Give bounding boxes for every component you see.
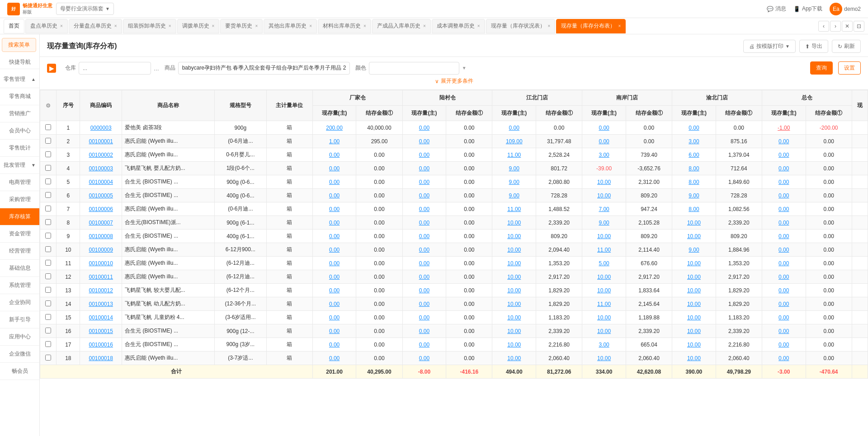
tab-splitstock[interactable]: 分量盘点单历史 ×	[69, 19, 122, 33]
tab-close-icon[interactable]: ×	[309, 23, 312, 28]
sidebar-item-ecommerce[interactable]: 电商管理	[0, 174, 39, 191]
warehouse-dots-btn[interactable]: ...	[154, 65, 159, 72]
summary-changjiancang-amt: 40,295.00	[356, 365, 402, 379]
sidebar-item-wholesale[interactable]: 批发管理 ▼	[0, 157, 39, 174]
row-checkbox[interactable]	[40, 284, 57, 297]
app-download-btn[interactable]: 📱 App下载	[793, 5, 822, 13]
row-changjiancang-qty: 0.00	[312, 352, 356, 365]
gear-icon[interactable]: ⚙	[46, 103, 51, 109]
row-checkbox[interactable]	[40, 324, 57, 338]
row-checkbox[interactable]	[40, 338, 57, 352]
tab-label: 材料出库单历史	[323, 22, 361, 30]
sidebar-item-member2[interactable]: 畅会员	[0, 363, 39, 380]
row-checkbox[interactable]	[40, 202, 57, 216]
tab-assembly[interactable]: 组装拆卸单历史 ×	[123, 19, 176, 33]
sidebar-item-business[interactable]: 经营管理	[0, 243, 39, 260]
tab-close-all-btn[interactable]: ✕	[842, 21, 853, 32]
color-input[interactable]	[369, 62, 459, 75]
tab-costadjust[interactable]: 成本调整单历史 ×	[432, 19, 485, 33]
sidebar-item-finance[interactable]: 资金管理	[0, 225, 39, 243]
row-checkbox[interactable]	[40, 162, 57, 175]
expand-conditions-btn[interactable]: ∨ 展开更多条件	[435, 77, 473, 85]
row-checkbox[interactable]	[40, 148, 57, 162]
row-total-amt: 0.00	[806, 257, 852, 270]
quick-nav-btn[interactable]: 快捷导航	[0, 56, 39, 69]
row-checkbox[interactable]	[40, 216, 57, 230]
filter-toggle-btn[interactable]: ▶	[47, 64, 56, 73]
row-checkbox[interactable]	[40, 257, 57, 270]
tab-stockstatus[interactable]: 现存量（库存状况表） ×	[486, 19, 556, 33]
row-checkbox[interactable]	[40, 230, 57, 243]
tab-close-icon[interactable]: ×	[212, 23, 215, 28]
tab-close-icon[interactable]: ×	[548, 23, 551, 28]
row-current	[852, 338, 868, 352]
tab-transfer[interactable]: 调拨单历史 ×	[177, 19, 220, 33]
row-idx: 2	[57, 135, 80, 148]
row-lucuncang-qty: 0.00	[402, 202, 446, 216]
sidebar-item-system[interactable]: 系统管理	[0, 277, 39, 294]
sidebar-item-retail[interactable]: 零售管理 ▲	[0, 71, 39, 88]
query-btn[interactable]: 查询	[810, 61, 833, 75]
tab-otherout[interactable]: 其他出库单历史 ×	[264, 19, 317, 33]
print-btn[interactable]: 🖨 按模版打印 ▼	[743, 40, 796, 53]
sidebar-item-basic[interactable]: 基础信息	[0, 260, 39, 277]
row-checkbox[interactable]	[40, 270, 57, 284]
tab-next-btn[interactable]: ›	[830, 21, 841, 32]
tab-prev-btn[interactable]: ‹	[818, 21, 829, 32]
export-btn[interactable]: ⬆ 导出	[799, 40, 828, 53]
sidebar-item-mall[interactable]: 零售商城	[0, 88, 39, 105]
row-lucuncang-amt: 0.00	[446, 243, 492, 257]
row-checkbox[interactable]	[40, 311, 57, 324]
row-current	[852, 257, 868, 270]
message-btn[interactable]: 💬 消息	[767, 5, 786, 13]
tab-stocklist[interactable]: 盘点单历史 ×	[25, 19, 68, 33]
row-code: 00100002	[80, 148, 122, 162]
tab-requisition[interactable]: 要货单历史 ×	[220, 19, 263, 33]
tab-close-icon[interactable]: ×	[60, 23, 63, 28]
tab-close-icon[interactable]: ×	[477, 23, 480, 28]
row-checkbox[interactable]	[40, 297, 57, 311]
refresh-btn[interactable]: ↻ 刷新	[832, 40, 861, 53]
sidebar-item-inventory[interactable]: 库存核算	[0, 208, 39, 225]
table-wrapper[interactable]: ⚙ 序号 商品编码 商品名称 规格型号 主计量单位 厂家仓 陆村仓 江北门店 南…	[40, 90, 868, 436]
row-nanan-qty: 5.00	[582, 257, 626, 270]
tab-materialout[interactable]: 材料出库单历史 ×	[318, 19, 371, 33]
row-checkbox[interactable]	[40, 121, 57, 135]
warehouse-input[interactable]	[79, 62, 151, 75]
sidebar-item-retail-stats[interactable]: 零售统计	[0, 140, 39, 157]
industry-selector[interactable]: 母婴行业演示陈套 ▼	[56, 3, 114, 15]
row-checkbox[interactable]	[40, 189, 57, 202]
tab-close-icon[interactable]: ×	[114, 23, 117, 28]
product-input[interactable]	[178, 62, 350, 75]
row-checkbox[interactable]	[40, 175, 57, 189]
tab-expand-btn[interactable]: ⊡	[854, 21, 864, 32]
tab-close-icon[interactable]: ×	[169, 23, 171, 28]
sidebar-item-wechat[interactable]: 企业微信	[0, 346, 39, 363]
row-jiangbei-amt: 2,060.40	[536, 352, 582, 365]
tab-stockdist[interactable]: 现存量（库存分布表） ×	[556, 19, 626, 33]
sidebar-item-apps[interactable]: 应用中心	[0, 328, 39, 346]
row-total-amt: 0.00	[806, 311, 852, 324]
tab-home[interactable]: 首页	[4, 19, 24, 33]
sidebar-item-purchase[interactable]: 采购管理	[0, 191, 39, 208]
row-checkbox[interactable]	[40, 352, 57, 365]
row-spec: 900g (3岁...	[215, 338, 266, 352]
row-checkbox[interactable]	[40, 135, 57, 148]
search-btn[interactable]: 搜索英单	[2, 38, 36, 52]
sidebar-item-marketing[interactable]: 营销推广	[0, 105, 39, 122]
col-settings[interactable]: ⚙	[40, 90, 57, 121]
tab-close-icon[interactable]: ×	[618, 23, 621, 28]
settings-btn[interactable]: 设置	[838, 61, 861, 75]
sidebar-item-member[interactable]: 会员中心	[0, 122, 39, 140]
tab-close-icon[interactable]: ×	[423, 23, 426, 28]
user-area[interactable]: Ea demo2	[830, 3, 861, 15]
sidebar-item-cooperation[interactable]: 企业协同	[0, 294, 39, 311]
logo-icon: 好	[7, 3, 20, 15]
tab-productin[interactable]: 产成品入库单历史 ×	[372, 19, 431, 33]
row-jiangbei-qty: 9.00	[492, 175, 536, 189]
sidebar-item-guide[interactable]: 新手引导	[0, 311, 39, 328]
row-checkbox[interactable]	[40, 243, 57, 257]
tab-close-icon[interactable]: ×	[363, 23, 366, 28]
tab-close-icon[interactable]: ×	[255, 23, 258, 28]
summary-jiangbei-amt: 81,272.06	[536, 365, 582, 379]
